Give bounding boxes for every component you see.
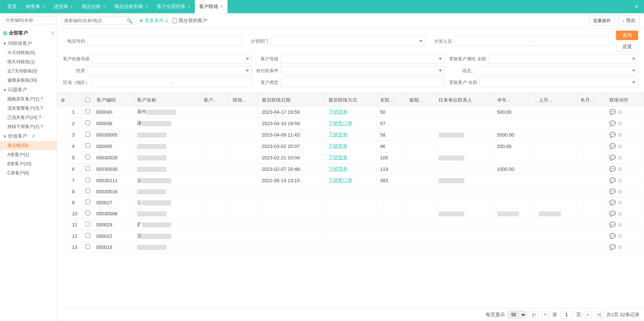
sidebar-item-c-class[interactable]: C类客户(6) [0,169,57,178]
filter-select-price-level[interactable] [92,54,252,64]
filter-more-conditions[interactable]: ▼ 更多条件 ∧ [139,17,169,24]
row-check[interactable] [82,163,93,175]
chat-icon[interactable]: 💬 [609,143,616,149]
sidebar-item-b-class[interactable]: B类客户(33) [0,159,57,169]
grid-action-icon[interactable]: ⊞ [618,120,622,126]
sidebar-item-tomorrow[interactable]: 明天待联络(1) [0,57,57,67]
nav-tab-close-analysis[interactable]: × [103,4,106,9]
filter-select-payment[interactable] [281,66,445,75]
row-last-way[interactable] [325,242,377,253]
nav-tab-customer-contact[interactable]: 客户联络× [195,0,228,13]
row-checkbox[interactable] [85,244,90,249]
chat-icon[interactable]: 💬 [609,233,616,239]
nav-tab-customer-segment[interactable]: 客户分层经客× [152,0,195,13]
col-gear[interactable]: ⚙ [57,94,69,106]
chat-icon[interactable]: 💬 [609,200,616,205]
filter-select-retail-attr[interactable] [488,54,638,64]
row-check[interactable] [82,219,93,230]
row-checkbox[interactable] [85,132,90,137]
row-check[interactable] [82,152,93,163]
chat-icon[interactable]: 💬 [609,211,616,216]
row-check[interactable] [82,208,93,219]
filter-select-dept[interactable] [271,36,425,46]
nav-home[interactable]: 首页 [3,3,21,10]
grid-action-icon[interactable]: ⊞ [618,143,622,149]
filter-search-input[interactable] [64,18,127,23]
nav-tab-close-customer-contact[interactable]: × [221,4,223,9]
last-page-button[interactable]: >| [595,311,603,318]
grid-action-icon[interactable]: ⊞ [618,132,622,138]
row-checkbox[interactable] [85,177,90,182]
nav-tab-sales[interactable]: 销售单× [21,0,49,13]
row-check[interactable] [82,242,93,253]
my-customers-checkbox[interactable] [172,18,177,23]
sidebar-item-overdue[interactable]: 逾期未联络(30) [0,76,57,85]
row-check[interactable] [82,186,93,197]
filter-select-gender[interactable] [87,66,252,75]
row-check[interactable] [82,141,93,152]
row-last-way[interactable] [325,197,377,208]
row-last-way-link[interactable]: 下销货单 [328,166,348,172]
row-check[interactable] [82,106,93,118]
prev-page-button[interactable]: < [542,311,549,318]
grid-action-icon[interactable]: ⊞ [618,188,622,194]
sidebar-item-decrease[interactable]: 持续下滑客户(2) ? [0,122,57,131]
row-last-way-link[interactable]: 下销货单 [328,132,348,137]
filter-search-icon[interactable]: 🔍 [127,18,133,24]
filter-select-level[interactable] [281,54,445,64]
row-last-way[interactable]: 下销货单 [325,129,377,141]
sidebar-item-churn-risk[interactable]: 流失预警客户(3) ? [0,104,57,113]
grid-action-icon[interactable]: ⊞ [618,211,622,216]
window-close-button[interactable]: × [632,3,641,10]
row-last-way[interactable]: 下销货单 [325,106,377,118]
sidebar-all-customers[interactable]: ⊞ 全部客户 《 [0,28,57,39]
grid-action-icon[interactable]: ⊞ [618,109,622,115]
row-last-way[interactable]: 下销售订单 [325,175,377,186]
chat-icon[interactable]: 💬 [609,120,616,126]
grid-action-icon[interactable]: ⊞ [618,166,622,172]
row-checkbox[interactable] [85,155,90,159]
row-check[interactable] [82,197,93,208]
chat-icon[interactable]: 💬 [609,188,616,194]
sidebar-search-input[interactable] [3,16,57,24]
filter-input-cust-type[interactable] [281,78,445,87]
grid-action-icon[interactable]: ⊞ [618,155,622,160]
select-all-checkbox[interactable] [85,97,90,102]
nav-tab-close-customer-segment[interactable]: × [188,4,190,9]
chat-icon[interactable]: 💬 [609,166,616,172]
chat-icon[interactable]: 💬 [609,244,616,250]
refresh-icon-value[interactable]: ↺ [32,134,35,139]
row-check[interactable] [82,129,93,141]
row-check[interactable] [82,175,93,186]
first-page-button[interactable]: |< [529,311,538,318]
grid-action-icon[interactable]: ⊞ [618,200,622,205]
row-last-way-link[interactable]: 下销货单 [328,109,348,114]
nav-tab-analysis[interactable]: 商品分析× [77,0,110,13]
row-last-way-link[interactable]: 下销货单 [328,143,348,149]
grid-action-icon[interactable]: ⊞ [618,233,622,239]
filter-more-region[interactable]: ··· [92,78,252,87]
grid-action-icon[interactable]: ⊞ [618,244,622,250]
row-checkbox[interactable] [85,200,90,204]
nav-tab-close-purchase[interactable]: × [70,4,73,9]
filter-select-status[interactable] [474,66,638,75]
row-last-way[interactable]: 下销货单 [325,141,377,152]
grid-action-icon[interactable]: ⊞ [618,177,622,183]
row-checkbox[interactable] [85,166,90,171]
row-last-way[interactable]: 下销售订单 [325,118,377,129]
query-button[interactable]: 查询 [616,31,638,40]
sidebar-item-ungroup[interactable]: 未分组(32) [0,141,57,150]
sidebar-item-abnormal[interactable]: 囤购异常客户(2) ? [0,95,57,104]
nav-tab-analysis-list[interactable]: 商品分析列表× [110,0,152,13]
row-last-way[interactable] [325,208,377,219]
reset-button[interactable]: 设置 [616,42,638,52]
row-checkbox[interactable] [85,233,90,238]
sidebar-group-value[interactable]: ▼价值客户↺ [0,131,57,141]
row-last-way[interactable] [325,186,377,197]
sidebar-group-pending[interactable]: ▼待联络客户 [0,39,57,48]
row-checkbox[interactable] [85,120,90,125]
chat-icon[interactable]: 💬 [609,132,616,138]
row-last-way[interactable]: 下销货单 [325,163,377,175]
grid-action-icon[interactable]: ⊞ [618,222,622,227]
filter-input-phone[interactable] [87,36,242,46]
